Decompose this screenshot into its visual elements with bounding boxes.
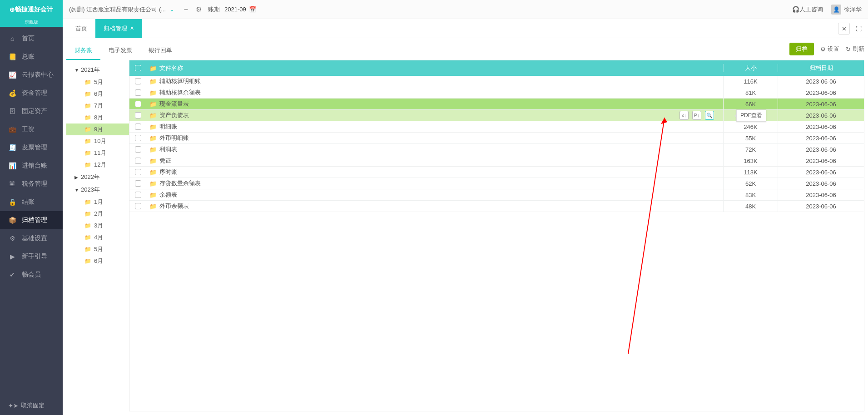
row-checkbox[interactable] <box>135 158 141 164</box>
folder-icon: 📁 <box>84 258 91 264</box>
add-icon[interactable]: ＋ <box>183 5 189 14</box>
nav-archive[interactable]: 📦归档管理 <box>0 211 63 229</box>
sidebar-unpin[interactable]: ✦➤ 取消固定 <box>0 396 63 415</box>
unpin-icon: ✦➤ <box>8 402 18 409</box>
tab-close-button[interactable]: ✕ <box>838 23 850 35</box>
file-date: 2023-06-06 <box>778 189 864 200</box>
period-value[interactable]: 2021-09 <box>224 6 246 13</box>
folder-icon: 📁 <box>149 203 157 210</box>
gear-icon: ⚙ <box>820 46 826 53</box>
folder-icon: 📁 <box>149 112 157 119</box>
table-row[interactable]: 📁外币明细账55K2023-06-06 <box>129 133 864 144</box>
file-name: 外币明细账 <box>159 134 189 142</box>
chevron-down-icon[interactable]: ⌄ <box>169 6 174 13</box>
table-row[interactable]: 📁利润表72K2023-06-06 <box>129 144 864 155</box>
nav-stock[interactable]: 📊进销台账 <box>0 157 63 175</box>
table-row[interactable]: 📁凭证163K2023-06-06 <box>129 155 864 167</box>
folder-icon: 📁 <box>84 103 91 109</box>
tree-year[interactable]: ▼2023年 <box>66 183 129 196</box>
nav-guide[interactable]: ▶新手引导 <box>0 247 63 266</box>
row-checkbox[interactable] <box>135 192 141 198</box>
row-checkbox[interactable] <box>135 112 141 119</box>
file-date: 2023-06-06 <box>778 201 864 212</box>
tree-month[interactable]: 📁12月 <box>66 159 129 171</box>
nav-ledger[interactable]: 📒总账 <box>0 48 63 66</box>
tree-year[interactable]: ▶2022年 <box>66 171 129 183</box>
row-checkbox[interactable] <box>135 146 141 153</box>
select-all-checkbox[interactable] <box>135 65 141 71</box>
row-checkbox[interactable] <box>135 169 141 175</box>
nav-tax[interactable]: 🏛税务管理 <box>0 175 63 193</box>
file-date: 2023-06-06 <box>778 133 864 143</box>
nav-salary[interactable]: 💼工资 <box>0 120 63 138</box>
table-row[interactable]: 📁辅助核算余额表81K2023-06-06 <box>129 87 864 99</box>
tree-month[interactable]: 📁5月 <box>66 243 129 255</box>
table-row[interactable]: 📁外币余额表48K2023-06-06 <box>129 201 864 212</box>
nav-close[interactable]: 🔒结账 <box>0 193 63 211</box>
tree-month[interactable]: 📁1月 <box>66 196 129 208</box>
nav-home[interactable]: ⌂首页 <box>0 30 63 48</box>
gear-icon[interactable]: ⚙ <box>196 5 202 14</box>
table-row[interactable]: 📁现金流量表66K2023-06-06 <box>129 99 864 110</box>
topbar: (勿删) 江西服宝精品有限责任公司 (... ⌄ ＋ ⚙ 账期 2021-09 … <box>63 0 868 19</box>
tree-month[interactable]: 📁6月 <box>66 88 129 100</box>
folder-icon: 📁 <box>84 246 91 252</box>
nav-invoice[interactable]: 🧾发票管理 <box>0 138 63 157</box>
nav-report[interactable]: 📈云报表中心 <box>0 66 63 84</box>
nav-settings[interactable]: ⚙基础设置 <box>0 229 63 247</box>
export-pdf-icon[interactable]: P↓ <box>692 111 701 120</box>
asset-icon: 🗄 <box>8 107 16 115</box>
refresh-link[interactable]: ↻刷新 <box>846 45 864 53</box>
folder-icon: 📁 <box>149 192 157 198</box>
row-checkbox[interactable] <box>135 203 141 209</box>
tree-month[interactable]: 📁3月 <box>66 220 129 232</box>
table-row[interactable]: 📁序时账113K2023-06-06 <box>129 167 864 178</box>
user-menu[interactable]: 👤 徐泽华 <box>831 5 862 15</box>
subtab-电子发票[interactable]: 电子发票 <box>100 42 140 60</box>
archive-button[interactable]: 归档 <box>789 43 814 55</box>
grid-header: 📁文件名称 大小 归档日期 <box>129 60 864 76</box>
consult-link[interactable]: 🎧 人工咨询 <box>792 5 823 14</box>
file-size: 246K <box>723 121 778 132</box>
nav-fund[interactable]: 💰资金管理 <box>0 84 63 102</box>
tree-month[interactable]: 📁5月 <box>66 76 129 88</box>
file-size: 81K <box>723 87 778 98</box>
tree-month[interactable]: 📁8月 <box>66 112 129 124</box>
tree-month[interactable]: 📁7月 <box>66 100 129 112</box>
row-checkbox[interactable] <box>135 180 141 187</box>
tree-month[interactable]: 📁9月 <box>66 124 129 135</box>
table-row[interactable]: 📁存货数量余额表62K2023-06-06 <box>129 178 864 189</box>
subtab-银行回单[interactable]: 银行回单 <box>140 42 180 60</box>
file-size: 163K <box>723 155 778 166</box>
row-checkbox[interactable] <box>135 124 141 130</box>
nav-asset[interactable]: 🗄固定资产 <box>0 102 63 120</box>
table-row[interactable]: 📁明细账246K2023-06-06 <box>129 121 864 133</box>
close-icon[interactable]: ✕ <box>130 25 134 31</box>
export-excel-icon[interactable]: x↓ <box>680 111 689 120</box>
tree-year[interactable]: ▼2021年 <box>66 64 129 76</box>
calendar-icon[interactable]: 📅 <box>249 6 256 13</box>
subtab-财务账[interactable]: 财务账 <box>66 42 100 60</box>
table-row[interactable]: 📁资产负债表x↓P↓🔍PDF查看1K2023-06-06 <box>129 110 864 121</box>
view-pdf-icon[interactable]: 🔍 <box>705 111 714 120</box>
row-checkbox[interactable] <box>135 101 141 107</box>
tree-month[interactable]: 📁2月 <box>66 208 129 220</box>
company-selector[interactable]: (勿删) 江西服宝精品有限责任公司 (... <box>69 5 166 14</box>
ledger-icon: 📒 <box>8 53 16 61</box>
tree-month[interactable]: 📁4月 <box>66 232 129 243</box>
fullscreen-icon[interactable]: ⛶ <box>853 23 864 35</box>
tab-归档管理[interactable]: 归档管理✕ <box>95 19 142 38</box>
row-checkbox[interactable] <box>135 78 141 84</box>
row-checkbox[interactable] <box>135 135 141 141</box>
tree-month[interactable]: 📁11月 <box>66 147 129 159</box>
nav-member[interactable]: ✔畅会员 <box>0 266 63 284</box>
brand-logo: ⊕ 畅捷通好会计 <box>0 0 63 19</box>
tree-month[interactable]: 📁6月 <box>66 255 129 267</box>
tree-month[interactable]: 📁10月 <box>66 135 129 147</box>
table-row[interactable]: 📁辅助核算明细账116K2023-06-06 <box>129 76 864 87</box>
tab-首页[interactable]: 首页 <box>67 19 95 38</box>
settings-link[interactable]: ⚙设置 <box>820 45 839 53</box>
row-checkbox[interactable] <box>135 89 141 96</box>
table-row[interactable]: 📁余额表83K2023-06-06 <box>129 189 864 201</box>
file-name: 现金流量表 <box>159 100 189 108</box>
